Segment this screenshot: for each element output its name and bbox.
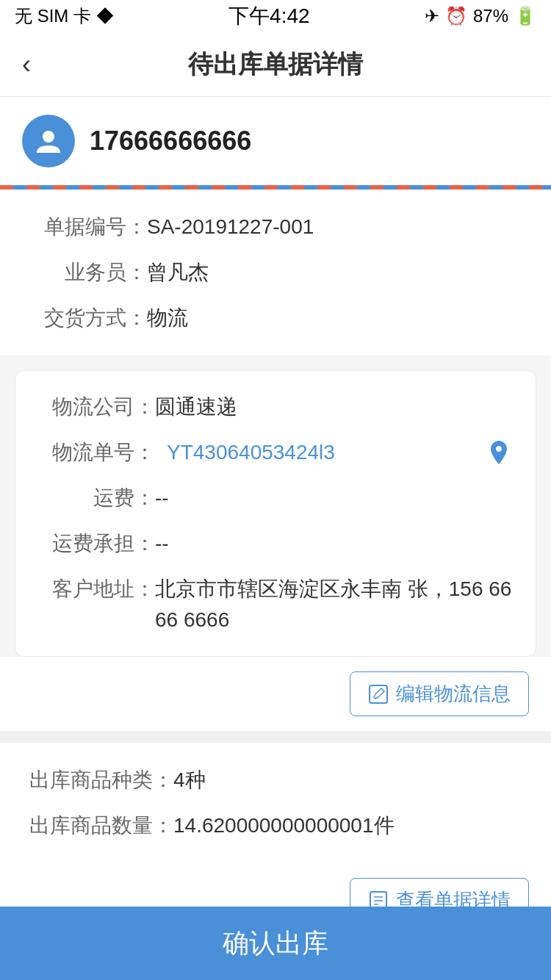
address-label: 客户地址：	[37, 574, 155, 605]
edit-icon	[368, 684, 389, 705]
goods-quantity-label: 出库商品数量：	[29, 810, 173, 841]
avatar	[22, 115, 75, 167]
status-time: 下午4:42	[228, 2, 310, 30]
address-row: 客户地址： 北京市市辖区海淀区永丰南 张，156 6666 6666	[37, 574, 514, 635]
order-no-label: 单据编号：	[29, 212, 147, 242]
confirm-btn-text: 确认出库	[223, 926, 328, 962]
svg-point-0	[43, 131, 54, 143]
sim-status: 无 SIM 卡 ◆	[15, 4, 114, 28]
location-status-icon: ✈	[425, 6, 439, 26]
status-right: ✈ ⏰ 87% 🔋	[425, 6, 536, 26]
delivery-label: 交货方式：	[29, 303, 147, 334]
goods-section: 出库商品种类： 4种 出库商品数量： 14.620000000000001件	[0, 743, 551, 863]
edit-logistics-button[interactable]: 编辑物流信息	[350, 671, 529, 716]
sales-person-value: 曾凡杰	[147, 257, 522, 288]
logistics-company-row: 物流公司： 圆通速递	[37, 392, 514, 422]
freight-row: 运费： --	[37, 483, 514, 514]
logistics-company-label: 物流公司：	[37, 392, 155, 422]
order-no-row: 单据编号： SA-20191227-001	[29, 212, 522, 242]
sales-person-row: 业务员： 曾凡杰	[29, 257, 522, 288]
customer-phone: 17666666666	[90, 126, 251, 156]
logistics-company-value: 圆通速递	[155, 392, 514, 422]
freight-bearer-value: --	[155, 528, 514, 559]
edit-logistics-label: 编辑物流信息	[396, 681, 511, 707]
alarm-icon: ⏰	[445, 6, 467, 26]
confirm-btn-bar[interactable]: 确认出库	[0, 907, 551, 980]
freight-bearer-row: 运费承担： --	[37, 528, 514, 559]
location-pin-icon[interactable]	[484, 438, 514, 467]
status-left: 无 SIM 卡 ◆	[15, 4, 114, 28]
status-bar: 无 SIM 卡 ◆ 下午4:42 ✈ ⏰ 87% 🔋	[0, 0, 551, 32]
svg-rect-1	[370, 685, 387, 703]
freight-value: --	[155, 483, 514, 514]
back-button[interactable]: ‹	[22, 49, 31, 80]
goods-type-label: 出库商品种类：	[29, 765, 173, 796]
goods-quantity-value: 14.620000000000001件	[173, 810, 522, 841]
tracking-no-label: 物流单号：	[37, 437, 155, 468]
delivery-row: 交货方式： 物流	[29, 303, 522, 334]
goods-type-row: 出库商品种类： 4种	[29, 765, 522, 796]
customer-card: 17666666666	[0, 97, 551, 185]
sales-person-label: 业务员：	[29, 257, 147, 288]
nav-bar: ‹ 待出库单据详情	[0, 32, 551, 97]
goods-quantity-row: 出库商品数量： 14.620000000000001件	[29, 810, 522, 841]
delivery-value: 物流	[147, 303, 522, 334]
order-info-section: 单据编号： SA-20191227-001 业务员： 曾凡杰 交货方式： 物流	[0, 190, 551, 356]
goods-type-value: 4种	[173, 765, 522, 796]
page-title: 待出库单据详情	[188, 48, 363, 82]
battery-level: 87%	[473, 6, 508, 26]
tracking-no-row: 物流单号： YT43064053424l3	[37, 437, 514, 468]
order-no-value: SA-20191227-001	[147, 212, 522, 242]
logistics-card: 物流公司： 圆通速递 物流单号： YT43064053424l3 运费： -- …	[15, 370, 536, 657]
freight-bearer-label: 运费承担：	[37, 528, 155, 559]
tracking-no-value: YT43064053424l3	[167, 437, 472, 468]
avatar-icon	[34, 126, 63, 156]
address-value: 北京市市辖区海淀区永丰南 张，156 6666 6666	[155, 574, 514, 635]
content-area: 17666666666 单据编号： SA-20191227-001 业务员： 曾…	[0, 97, 551, 980]
edit-btn-row: 编辑物流信息	[0, 657, 551, 731]
freight-label: 运费：	[37, 483, 155, 514]
battery-icon: 🔋	[514, 6, 536, 26]
section-divider	[0, 731, 551, 743]
